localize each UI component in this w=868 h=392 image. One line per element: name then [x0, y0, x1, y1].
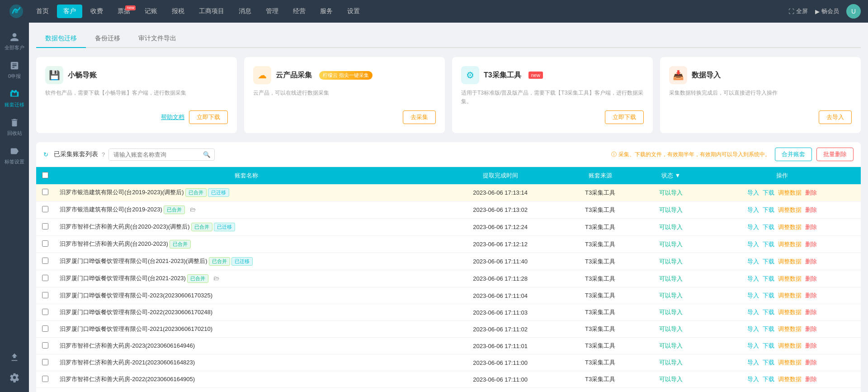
nav-accounting[interactable]: 记账: [138, 5, 164, 18]
sidebar-item-migrate[interactable]: 账套迁移: [0, 84, 29, 113]
file-icon[interactable]: 🗁: [213, 275, 219, 282]
member-btn[interactable]: ▶ 畅会员: [815, 7, 839, 15]
nav-home[interactable]: 首页: [30, 5, 55, 18]
import-link[interactable]: 导入: [747, 359, 759, 366]
download-link[interactable]: 下载: [763, 325, 774, 332]
adjust-data-link[interactable]: 调整数据: [778, 206, 802, 213]
tab-audit-export[interactable]: 审计文件导出: [129, 30, 185, 48]
row-checkbox[interactable]: [42, 206, 48, 212]
delete-link[interactable]: 删除: [805, 258, 817, 265]
adjust-data-link[interactable]: 调整数据: [778, 376, 802, 382]
nav-tax[interactable]: 报税: [165, 5, 191, 18]
row-checkbox[interactable]: [42, 223, 48, 229]
adjust-data-link[interactable]: 调整数据: [778, 342, 802, 349]
import-link[interactable]: 导入: [747, 292, 759, 299]
nav-operation[interactable]: 经营: [287, 5, 312, 18]
nav-customer[interactable]: 客户: [57, 5, 82, 18]
import-link[interactable]: 导入: [747, 224, 759, 230]
adjust-data-link[interactable]: 调整数据: [778, 325, 802, 332]
nav-business[interactable]: 工商项目: [193, 5, 231, 18]
delete-link[interactable]: 删除: [805, 342, 817, 349]
tab-backup-migration[interactable]: 备份迁移: [86, 30, 129, 48]
import-link[interactable]: 导入: [747, 241, 759, 248]
download-link[interactable]: 下载: [763, 224, 774, 230]
nav-settings[interactable]: 设置: [341, 5, 366, 18]
download-link[interactable]: 下载: [763, 292, 774, 299]
merge-accounts-btn[interactable]: 合并账套: [775, 148, 812, 161]
help-icon[interactable]: ?: [102, 151, 105, 158]
import-link[interactable]: 导入: [747, 325, 759, 332]
row-checkbox[interactable]: [42, 325, 48, 332]
adjust-data-link[interactable]: 调整数据: [778, 359, 802, 366]
batch-delete-btn[interactable]: 批量删除: [816, 148, 854, 161]
delete-link[interactable]: 删除: [805, 359, 817, 366]
import-link[interactable]: 导入: [747, 189, 759, 196]
download-link[interactable]: 下载: [763, 241, 774, 248]
import-link[interactable]: 导入: [747, 342, 759, 349]
delete-link[interactable]: 删除: [805, 275, 817, 282]
nav-invoice[interactable]: 票据new: [111, 5, 137, 18]
delete-link[interactable]: 删除: [805, 325, 817, 332]
row-checkbox[interactable]: [42, 189, 48, 195]
sidebar-item-recycle[interactable]: 回收站: [0, 113, 29, 141]
nav-message[interactable]: 消息: [232, 5, 258, 18]
search-button[interactable]: 🔍: [199, 149, 214, 160]
download-link[interactable]: 下载: [763, 376, 774, 382]
nav-manage[interactable]: 管理: [259, 5, 285, 18]
col-status[interactable]: 状态 ▼: [639, 167, 703, 184]
download-link[interactable]: 下载: [763, 309, 774, 316]
nav-fee[interactable]: 收费: [84, 5, 109, 18]
import-link[interactable]: 导入: [747, 206, 759, 213]
row-checkbox[interactable]: [42, 258, 48, 264]
adjust-data-link[interactable]: 调整数据: [778, 309, 802, 316]
sidebar-item-all-customers[interactable]: 全部客户: [0, 27, 29, 56]
row-checkbox[interactable]: [42, 359, 48, 365]
row-checkbox[interactable]: [42, 292, 48, 298]
delete-link[interactable]: 删除: [805, 224, 817, 230]
search-input[interactable]: [109, 149, 199, 160]
row-checkbox[interactable]: [42, 342, 48, 349]
tab-data-migration[interactable]: 数据包迁移: [36, 30, 86, 48]
download-link[interactable]: 下载: [763, 206, 774, 213]
download-link[interactable]: 下载: [763, 359, 774, 366]
delete-link[interactable]: 删除: [805, 376, 817, 382]
download-link[interactable]: 下载: [763, 342, 774, 349]
adjust-data-link[interactable]: 调整数据: [778, 224, 802, 230]
row-checkbox[interactable]: [42, 275, 48, 281]
import-link[interactable]: 导入: [747, 258, 759, 265]
sidebar-item-zero-report[interactable]: 0申报: [0, 56, 29, 84]
refresh-icon[interactable]: ↻: [43, 151, 48, 158]
fullscreen-btn[interactable]: ⛶ 全屏: [788, 7, 808, 15]
cloud-collect-btn[interactable]: 去采集: [403, 110, 436, 124]
import-link[interactable]: 导入: [747, 275, 759, 282]
sidebar-item-settings[interactable]: [9, 368, 20, 387]
delete-link[interactable]: 删除: [805, 241, 817, 248]
download-link[interactable]: 下载: [763, 275, 774, 282]
adjust-data-link[interactable]: 调整数据: [778, 258, 802, 265]
import-link[interactable]: 导入: [747, 309, 759, 316]
file-icon[interactable]: 🗁: [190, 206, 196, 213]
t3-download-btn[interactable]: 立即下载: [605, 110, 644, 124]
delete-link[interactable]: 删除: [805, 309, 817, 316]
delete-link[interactable]: 删除: [805, 189, 817, 196]
row-checkbox[interactable]: [42, 240, 48, 247]
adjust-data-link[interactable]: 调整数据: [778, 241, 802, 248]
row-checkbox[interactable]: [42, 376, 48, 382]
nav-service[interactable]: 服务: [314, 5, 339, 18]
sidebar-item-download[interactable]: [9, 348, 20, 368]
adjust-data-link[interactable]: 调整数据: [778, 189, 802, 196]
delete-link[interactable]: 删除: [805, 292, 817, 299]
download-link[interactable]: 下载: [763, 189, 774, 196]
xiaochang-help-link[interactable]: 帮助文档: [161, 113, 184, 121]
adjust-data-link[interactable]: 调整数据: [778, 275, 802, 282]
download-link[interactable]: 下载: [763, 258, 774, 265]
import-link[interactable]: 导入: [747, 376, 759, 382]
delete-link[interactable]: 删除: [805, 206, 817, 213]
select-all-checkbox[interactable]: [42, 172, 48, 178]
adjust-data-link[interactable]: 调整数据: [778, 292, 802, 299]
import-go-btn[interactable]: 去导入: [819, 110, 852, 124]
user-avatar[interactable]: U: [846, 4, 861, 19]
row-checkbox[interactable]: [42, 309, 48, 315]
sidebar-item-tag-settings[interactable]: 标签设置: [0, 141, 29, 170]
xiaochang-download-btn[interactable]: 立即下载: [189, 110, 228, 124]
